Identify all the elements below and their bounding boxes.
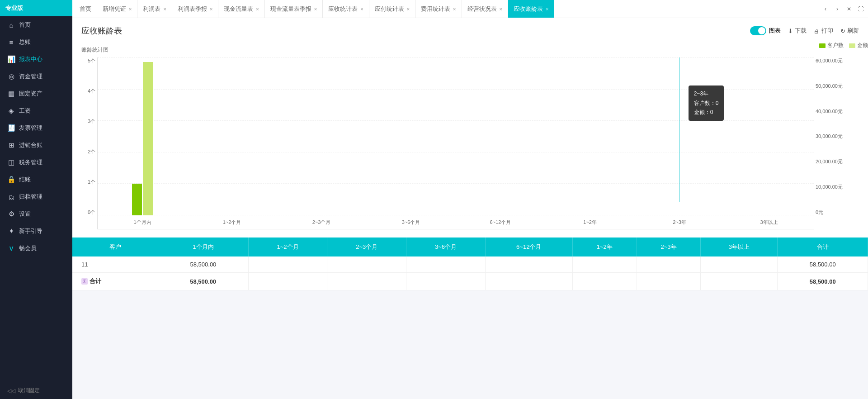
chart-legend: 客户数 金额 [819, 42, 868, 49]
home-icon: ⌂ [7, 21, 15, 29]
tab-voucher-label: 新增凭证 [103, 5, 126, 13]
yr-label-40000: 40,000.00元 [816, 108, 843, 115]
tab-voucher-close[interactable]: × [129, 6, 132, 12]
tab-profit-q[interactable]: 利润表季报 × [172, 0, 218, 18]
tab-bar: 首页 新增凭证 × 利润表 × 利润表季报 × 现金流量表 × 现金流量表季报 … [72, 0, 868, 18]
tab-ar-stat-label: 应收统计表 [328, 5, 358, 13]
sidebar-item-inventory[interactable]: ⊞ 进销台账 [0, 137, 72, 154]
tab-profit[interactable]: 利润表 × [137, 0, 172, 18]
sidebar-item-salary[interactable]: ◈ 工资 [0, 102, 72, 119]
sidebar-item-home[interactable]: ⌂ 首页 [0, 16, 72, 33]
chart-title: 账龄统计图 [81, 46, 859, 54]
chart-tooltip: 2~3年 客户数：0 金额：0 [689, 86, 724, 120]
tab-cashflow-label: 现金流量表 [224, 5, 253, 13]
tab-ar-aging[interactable]: 应收账龄表 × [508, 0, 554, 18]
chart-group-3yplus [724, 57, 814, 215]
bar-lightgreen-1m [143, 62, 153, 215]
tab-voucher[interactable]: 新增凭证 × [97, 0, 137, 18]
chart-group-36m [366, 57, 456, 215]
th-12y: 1~2年 [572, 238, 637, 256]
sidebar-item-guide[interactable]: ✦ 新手引导 [0, 223, 72, 240]
td-23m-0 [327, 256, 406, 273]
tab-ap-stat-close[interactable]: × [407, 6, 410, 12]
tab-home[interactable]: 首页 [74, 0, 97, 18]
yr-label-50000: 50,000.00元 [816, 83, 843, 90]
sidebar-item-asset[interactable]: ▦ 固定资产 [0, 85, 72, 102]
tab-profit-close[interactable]: × [163, 6, 166, 12]
yr-label-20000: 20,000.00元 [816, 158, 843, 165]
sidebar-item-ledger[interactable]: ≡ 总账 [0, 33, 72, 51]
sidebar-item-invoice[interactable]: 🧾 发票管理 [0, 119, 72, 137]
invoice-icon: 🧾 [7, 124, 15, 132]
y-label-3: 3个 [88, 118, 95, 125]
download-btn[interactable]: ⬇ 下载 [788, 27, 807, 35]
main-content: 首页 新增凭证 × 利润表 × 利润表季报 × 现金流量表 × 现金流量表季报 … [72, 0, 868, 399]
th-23m: 2~3个月 [327, 238, 406, 256]
sidebar-item-settings[interactable]: ⚙ 设置 [0, 205, 72, 223]
sidebar-item-fund[interactable]: ◎ 资金管理 [0, 68, 72, 85]
chart-group-12y [545, 57, 635, 215]
tab-expense[interactable]: 费用统计表 × [415, 0, 462, 18]
sidebar-item-member[interactable]: V 畅会员 [0, 240, 72, 257]
th-1m: 1个月内 [158, 238, 248, 256]
tab-ap-stat[interactable]: 应付统计表 × [369, 0, 415, 18]
sidebar: 专业版 ⌂ 首页 ≡ 总账 📊 报表中心 ◎ 资金管理 ▦ 固定资产 ◈ 工资 … [0, 0, 72, 399]
x-label-36m: 3~6个月 [366, 215, 456, 229]
yr-label-10000: 10,000.00元 [816, 184, 843, 190]
tab-profit-q-close[interactable]: × [210, 6, 212, 12]
tab-biz-label: 经营状况表 [467, 5, 497, 13]
tab-cashflow-close[interactable]: × [256, 6, 259, 12]
td-total-23m [327, 273, 406, 290]
legend-customer-label: 客户数 [827, 42, 844, 49]
chart-toggle[interactable] [750, 26, 766, 35]
th-36m: 3~6个月 [406, 238, 486, 256]
tab-ar-stat-close[interactable]: × [360, 6, 363, 12]
td-total-12m [248, 273, 327, 290]
td-612m-0 [485, 256, 572, 273]
tab-maximize-btn[interactable]: ⛶ [855, 4, 866, 14]
tab-prev-btn[interactable]: ‹ [820, 4, 831, 14]
sidebar-unpin[interactable]: ◁◁ 取消固定 [0, 382, 72, 399]
download-label: 下载 [795, 27, 807, 35]
tab-close-all-btn[interactable]: ✕ [844, 4, 854, 14]
tab-cashflow-q-close[interactable]: × [314, 6, 317, 12]
data-table: 客户 1个月内 1~2个月 2~3个月 3~6个月 6~12个月 1~2年 2~… [72, 238, 868, 290]
sidebar-item-archive[interactable]: 🗂 归档管理 [0, 188, 72, 205]
th-total: 合计 [778, 238, 868, 256]
chart-x-labels: 1个月内 1~2个月 2~3个月 3~6个月 6~12个月 1~2年 2~3年 … [98, 215, 814, 229]
tab-cashflow-q[interactable]: 现金流量表季报 × [265, 0, 323, 18]
tab-expense-label: 费用统计表 [421, 5, 450, 13]
x-label-3yplus: 3年以上 [724, 215, 814, 229]
tab-biz-close[interactable]: × [500, 6, 502, 12]
sidebar-label-fund: 资金管理 [19, 72, 42, 81]
td-total-0: 58,500.00 [778, 256, 868, 273]
tab-cashflow[interactable]: 现金流量表 × [218, 0, 264, 18]
tab-next-btn[interactable]: › [832, 4, 843, 14]
td-total-23y [637, 273, 701, 290]
x-label-12y: 1~2年 [545, 215, 635, 229]
refresh-btn[interactable]: ↻ 刷新 [840, 27, 859, 35]
tab-cashflow-q-label: 现金流量表季报 [270, 5, 311, 13]
tab-expense-close[interactable]: × [453, 6, 456, 12]
x-label-12m: 1~2个月 [187, 215, 277, 229]
legend-amount-color [849, 43, 855, 48]
sidebar-item-tax[interactable]: ◫ 税务管理 [0, 154, 72, 171]
tab-profit-q-label: 利润表季报 [178, 5, 207, 13]
chart-group-23y: 2~3年 客户数：0 金额：0 [635, 57, 724, 215]
table-total-row: Σ 合计 58,500.00 58,500.00 [72, 273, 868, 290]
tab-ar-stat[interactable]: 应收统计表 × [323, 0, 369, 18]
tab-ar-aging-close[interactable]: × [546, 6, 548, 12]
tooltip-amount: 金额：0 [694, 108, 719, 117]
sidebar-label-invoice: 发票管理 [19, 124, 42, 132]
report-icon: 📊 [7, 55, 15, 63]
sidebar-item-closing[interactable]: 🔒 结账 [0, 171, 72, 188]
sidebar-item-report[interactable]: 📊 报表中心 [0, 51, 72, 68]
y-label-0: 0个 [88, 209, 95, 216]
page-title: 应收账龄表 [81, 25, 122, 36]
y-label-5: 5个 [88, 57, 95, 64]
print-btn[interactable]: 🖨 打印 [814, 27, 833, 35]
tab-biz[interactable]: 经营状况表 × [462, 0, 508, 18]
chart-area: 账龄统计图 客户数 金额 5个 4个 [72, 42, 868, 234]
th-3yplus: 3年以上 [701, 238, 778, 256]
page-content: 应收账龄表 图表 ⬇ 下载 🖨 打印 ↻ [72, 18, 868, 399]
